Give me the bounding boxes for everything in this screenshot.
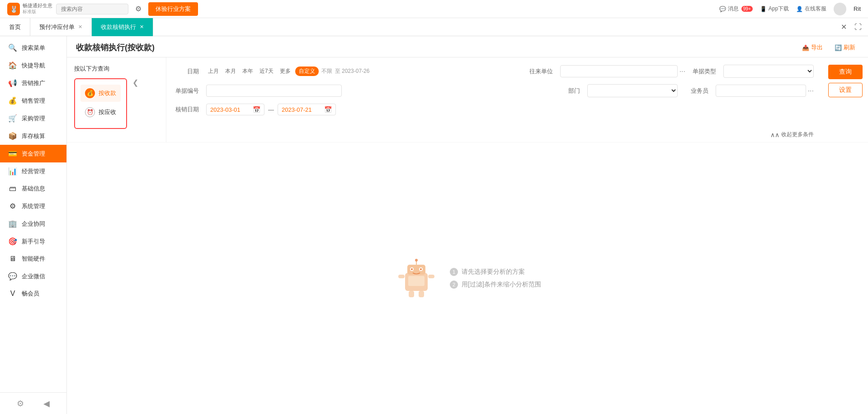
sidebar-item-sales[interactable]: 💰 销售管理 xyxy=(0,92,66,109)
counterpart-dots[interactable]: ··· xyxy=(679,67,685,76)
home-icon: 🏠 xyxy=(8,61,17,70)
query-btn[interactable]: 查询 xyxy=(828,65,863,79)
sidebar-item-inventory[interactable]: 📦 库存核算 xyxy=(0,127,66,145)
verify-date-end-input[interactable] xyxy=(282,106,322,113)
tab-prepay[interactable]: 预付冲应付单 ✕ xyxy=(30,18,92,36)
step1-label: 请先选择要分析的方案 xyxy=(462,268,525,276)
page-actions: 📤 导出 🔄 刷新 xyxy=(798,42,859,53)
verify-date-start-input[interactable] xyxy=(210,106,251,113)
svg-rect-6 xyxy=(408,276,425,286)
tab-collection-close[interactable]: ✕ xyxy=(140,24,144,30)
collapse-label: 收起更多条件 xyxy=(781,131,814,138)
sidebar-item-operations-label: 经营管理 xyxy=(22,167,45,176)
empty-illustration xyxy=(394,256,439,301)
close-tab-btn[interactable]: ✕ xyxy=(837,21,850,33)
filter-option-by-collection[interactable]: 💰 按收款 xyxy=(80,85,121,102)
sidebar-item-funds[interactable]: 💳 资金管理 xyxy=(0,145,66,162)
date-btn-last-month[interactable]: 上月 xyxy=(206,67,221,76)
app-download-btn[interactable]: 📱 App下载 xyxy=(760,5,789,13)
svg-rect-10 xyxy=(419,291,424,297)
chevron-up-icon: ∧∧ xyxy=(770,131,779,138)
sidebar-item-member[interactable]: V 畅会员 xyxy=(0,285,66,302)
svg-point-4 xyxy=(411,268,413,270)
dept-select[interactable] xyxy=(587,84,678,97)
svg-point-12 xyxy=(415,259,418,262)
filter-right-wrap: 日期 上月 本月 本年 近7天 更多 自定义 不限 至 2023-07-26 xyxy=(166,57,823,142)
date-no-limit: 不限 xyxy=(321,67,332,75)
app-download-label: App下载 xyxy=(769,5,789,13)
wechat-icon: 💬 xyxy=(8,272,17,281)
tab-home[interactable]: 首页 xyxy=(0,18,30,36)
refresh-btn[interactable]: 🔄 刷新 xyxy=(831,42,859,53)
sidebar-item-search[interactable]: 🔍 搜索菜单 xyxy=(0,39,66,57)
date-btn-custom[interactable]: 自定义 xyxy=(295,67,319,76)
top-bar-right: 💬 消息 99+ 📱 App下载 👤 在线客服 Rit xyxy=(719,3,861,15)
avatar[interactable] xyxy=(834,3,846,15)
voucher-type-select[interactable] xyxy=(723,65,814,78)
maximize-btn[interactable]: ⛶ xyxy=(852,21,864,33)
setting-btn[interactable]: 设置 xyxy=(828,83,863,97)
calendar-start-icon[interactable]: 📅 xyxy=(253,106,260,113)
tab-prepay-close[interactable]: ✕ xyxy=(78,24,82,30)
filter-area: 按以下方查询 💰 按收款 ⏰ 按应收 ❮ xyxy=(67,57,868,142)
date-btn-this-month[interactable]: 本月 xyxy=(223,67,238,76)
filter-row-2: 单据编号 部门 业务员 ··· xyxy=(175,84,814,97)
calendar-end-icon[interactable]: 📅 xyxy=(324,106,332,113)
sidebar-item-basics[interactable]: 🗃 基础信息 xyxy=(0,180,66,197)
sidebar-item-system[interactable]: ⚙ 系统管理 xyxy=(0,197,66,215)
sidebar-menu: 🔍 搜索菜单 🏠 快捷导航 📢 营销推广 💰 销售管理 🛒 采购管理 📦 xyxy=(0,36,66,392)
page-header: 收款核销执行(按收款) 📤 导出 🔄 刷新 xyxy=(67,36,868,57)
date-btn-7days[interactable]: 近7天 xyxy=(258,67,275,76)
app-icon: 📱 xyxy=(760,6,767,12)
page-title: 收款核销执行(按收款) xyxy=(76,42,155,53)
sidebar-item-marketing-label: 营销推广 xyxy=(22,79,45,87)
brand: 🐰 畅捷通好生意 标准版 xyxy=(7,3,52,15)
sales-icon: 💰 xyxy=(8,96,17,105)
collapse-more[interactable]: ∧∧ 收起更多条件 xyxy=(166,129,823,142)
sidebar-collapse-btn[interactable]: ◀ xyxy=(43,399,50,409)
online-service-btn[interactable]: 👤 在线客服 xyxy=(796,5,826,13)
sidebar-item-guide[interactable]: 🎯 新手引导 xyxy=(0,233,66,250)
voucher-no-input[interactable] xyxy=(206,85,342,97)
tab-collection-label: 收款核销执行 xyxy=(101,23,136,31)
staff-input[interactable] xyxy=(716,85,806,97)
sidebar-item-purchase[interactable]: 🛒 采购管理 xyxy=(0,109,66,127)
tab-collection[interactable]: 收款核销执行 ✕ xyxy=(92,18,153,36)
staff-dots[interactable]: ··· xyxy=(808,87,814,95)
industry-btn[interactable]: 休验行业方案 xyxy=(148,2,198,16)
main-layout: 🔍 搜索菜单 🏠 快捷导航 📢 营销推广 💰 销售管理 🛒 采购管理 📦 xyxy=(0,36,868,414)
sidebar-item-marketing[interactable]: 📢 营销推广 xyxy=(0,74,66,92)
svg-rect-1 xyxy=(407,265,425,275)
filter-option-by-receivable[interactable]: ⏰ 按应收 xyxy=(80,104,121,121)
voucher-type-label: 单据类型 xyxy=(693,67,716,76)
search-input[interactable] xyxy=(56,4,128,14)
sidebar-item-quick-nav[interactable]: 🏠 快捷导航 xyxy=(0,57,66,74)
brand-badge: 标准版 xyxy=(23,9,52,15)
user-name: Rit xyxy=(854,5,861,12)
gear-icon[interactable]: ⚙ xyxy=(132,3,145,15)
filter-collapse-arrow[interactable]: ❮ xyxy=(132,78,138,87)
message-label: 消息 xyxy=(728,5,739,13)
export-btn[interactable]: 📤 导出 xyxy=(798,42,826,53)
sidebar-item-system-label: 系统管理 xyxy=(22,202,45,210)
query-btns: 查询 设置 xyxy=(823,57,868,142)
filter-option-by-receivable-label: 按应收 xyxy=(99,108,116,116)
message-btn[interactable]: 💬 消息 99+ xyxy=(719,5,753,13)
date-btn-this-year[interactable]: 本年 xyxy=(241,67,255,76)
export-label: 导出 xyxy=(811,43,823,52)
sidebar-item-wechat[interactable]: 💬 企业微信 xyxy=(0,267,66,285)
sidebar-settings-btn[interactable]: ⚙ xyxy=(17,399,24,409)
tab-prepay-label: 预付冲应付单 xyxy=(39,23,75,31)
funds-icon: 💳 xyxy=(8,149,17,158)
sidebar-item-operations[interactable]: 📊 经营管理 xyxy=(0,162,66,180)
filter-row-1: 日期 上月 本月 本年 近7天 更多 自定义 不限 至 2023-07-26 xyxy=(175,65,814,78)
counterpart-input[interactable] xyxy=(560,65,678,77)
empty-step1: 1 请先选择要分析的方案 xyxy=(450,268,541,276)
sidebar-item-enterprise[interactable]: 🏢 企业协同 xyxy=(0,215,66,233)
date-btn-more[interactable]: 更多 xyxy=(278,67,292,76)
sidebar-item-hardware[interactable]: 🖥 智能硬件 xyxy=(0,250,66,267)
filter-row-3: 核销日期 📅 — 📅 xyxy=(175,104,814,115)
brand-icon: 🐰 xyxy=(7,3,20,15)
step2-label: 用[过滤]条件来缩小分析范围 xyxy=(462,281,541,289)
sidebar-item-hardware-label: 智能硬件 xyxy=(22,255,45,263)
